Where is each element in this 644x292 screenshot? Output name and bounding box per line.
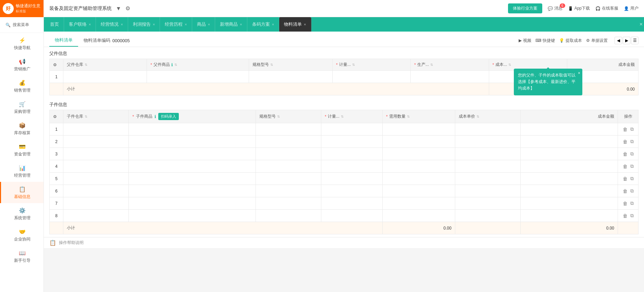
try-industry-button[interactable]: 体验行业方案 bbox=[508, 3, 542, 13]
sidebar-item-operations[interactable]: 📊 经营管理 bbox=[0, 161, 44, 182]
tab-operations[interactable]: 经营情况 × bbox=[96, 17, 128, 32]
extract-cost-button[interactable]: 💡 提取成本 bbox=[559, 38, 582, 44]
child-unit-cost-cell-4[interactable] bbox=[455, 160, 520, 173]
tab-operations-close[interactable]: × bbox=[121, 22, 123, 26]
tab-goods[interactable]: 商品 × bbox=[192, 17, 215, 32]
parent-spec-cell[interactable] bbox=[249, 71, 332, 83]
parent-th-gear[interactable]: ⚙ bbox=[50, 59, 63, 71]
child-qty-cell-4[interactable] bbox=[382, 160, 455, 173]
child-unit-cost-cell-3[interactable] bbox=[455, 148, 520, 160]
child-warehouse-cell-2[interactable] bbox=[63, 136, 129, 148]
tab-profit-close[interactable]: × bbox=[153, 22, 155, 26]
child-unit-cost-cell-7[interactable] bbox=[455, 197, 520, 210]
delete-icon-6[interactable]: 🗑 bbox=[623, 188, 628, 194]
tab-home[interactable]: 首页 bbox=[45, 17, 64, 32]
video-button[interactable]: ▶ 视频 bbox=[519, 38, 531, 44]
sidebar-item-sales[interactable]: 💰 销售管理 bbox=[0, 75, 44, 97]
parent-goods-cell[interactable] bbox=[147, 71, 249, 83]
copy-icon-3[interactable]: ⧉ bbox=[630, 151, 634, 157]
tab-history-close[interactable]: × bbox=[185, 22, 187, 26]
child-unit-cost-cell-2[interactable] bbox=[455, 136, 520, 148]
user-action[interactable]: 👤 用户 bbox=[624, 5, 639, 11]
delete-icon-4[interactable]: 🗑 bbox=[623, 164, 628, 169]
child-unit-cost-cell-6[interactable] bbox=[455, 185, 520, 197]
delete-icon-3[interactable]: 🗑 bbox=[623, 151, 628, 157]
delete-icon-1[interactable]: 🗑 bbox=[623, 127, 628, 132]
system-dropdown-button[interactable]: ▼ bbox=[116, 5, 121, 12]
sidebar-item-inventory[interactable]: 📦 库存核算 bbox=[0, 118, 44, 139]
child-unit-cell-1[interactable] bbox=[321, 123, 383, 136]
child-warehouse-cell-6[interactable] bbox=[63, 185, 129, 197]
delete-icon-7[interactable]: 🗑 bbox=[623, 201, 628, 206]
child-qty-cell-1[interactable] bbox=[382, 123, 455, 136]
child-goods-cell-5[interactable] bbox=[129, 173, 256, 185]
child-spec-cell-4[interactable] bbox=[256, 160, 321, 173]
child-unit-cell-2[interactable] bbox=[321, 136, 383, 148]
child-unit-cell-4[interactable] bbox=[321, 160, 383, 173]
child-qty-cell-8[interactable] bbox=[382, 210, 455, 222]
child-warehouse-cell-3[interactable] bbox=[63, 148, 129, 160]
tab-new-goods-close[interactable]: × bbox=[240, 22, 242, 26]
settings-gear-button[interactable]: ⚙ bbox=[125, 5, 130, 12]
child-warehouse-cell-8[interactable] bbox=[63, 210, 129, 222]
delete-icon-2[interactable]: 🗑 bbox=[623, 139, 628, 144]
child-qty-cell-2[interactable] bbox=[382, 136, 455, 148]
sidebar-item-guide[interactable]: 📖 新手引导 bbox=[0, 246, 44, 267]
child-goods-cell-4[interactable] bbox=[129, 160, 256, 173]
child-warehouse-cell-4[interactable] bbox=[63, 160, 129, 173]
sidebar-item-purchase[interactable]: 🛒 采购管理 bbox=[0, 97, 44, 118]
child-unit-cost-cell-8[interactable] bbox=[455, 210, 520, 222]
close-all-tabs-button[interactable]: × bbox=[640, 21, 643, 27]
sub-tab-bom-list[interactable]: 物料清单 bbox=[49, 34, 78, 47]
child-unit-cost-cell-1[interactable] bbox=[455, 123, 520, 136]
child-qty-cell-6[interactable] bbox=[382, 185, 455, 197]
child-unit-cell-7[interactable] bbox=[321, 197, 383, 210]
tab-goods-close[interactable]: × bbox=[208, 22, 210, 26]
child-unit-cell-3[interactable] bbox=[321, 148, 383, 160]
child-qty-cell-5[interactable] bbox=[382, 173, 455, 185]
child-qty-cell-3[interactable] bbox=[382, 148, 455, 160]
child-spec-cell-3[interactable] bbox=[256, 148, 321, 160]
sidebar-item-basic-info[interactable]: 📋 基础信息 bbox=[0, 182, 44, 203]
child-qty-cell-7[interactable] bbox=[382, 197, 455, 210]
message-action[interactable]: 💬 消息 6 bbox=[548, 5, 562, 11]
scan-input-button[interactable]: 扫码录入 bbox=[158, 113, 179, 120]
tab-barcode-close[interactable]: × bbox=[272, 22, 274, 26]
copy-icon-8[interactable]: ⧉ bbox=[630, 213, 634, 219]
child-unit-cell-6[interactable] bbox=[321, 185, 383, 197]
tab-barcode[interactable]: 条码方案 × bbox=[247, 17, 279, 32]
child-goods-cell-3[interactable] bbox=[129, 148, 256, 160]
parent-produce-cell[interactable] bbox=[411, 71, 489, 83]
tab-history[interactable]: 经营历程 × bbox=[160, 17, 192, 32]
child-spec-cell-5[interactable] bbox=[256, 173, 321, 185]
delete-icon-8[interactable]: 🗑 bbox=[623, 213, 628, 219]
online-service-action[interactable]: 🎧 在线客服 bbox=[595, 5, 618, 11]
child-unit-cell-8[interactable] bbox=[321, 210, 383, 222]
sidebar-item-enterprise[interactable]: 🤝 企业协同 bbox=[0, 224, 44, 246]
child-spec-cell-8[interactable] bbox=[256, 210, 321, 222]
copy-icon-7[interactable]: ⧉ bbox=[630, 200, 634, 206]
copy-icon-4[interactable]: ⧉ bbox=[630, 163, 634, 169]
child-warehouse-cell-5[interactable] bbox=[63, 173, 129, 185]
child-goods-cell-8[interactable] bbox=[129, 210, 256, 222]
tab-customer-close[interactable]: × bbox=[89, 22, 91, 26]
menu-button[interactable]: ☰ bbox=[631, 37, 639, 44]
tab-bom-close[interactable]: × bbox=[304, 22, 306, 26]
parent-warehouse-cell[interactable] bbox=[63, 71, 147, 83]
shortcut-button[interactable]: ⌨ 快捷键 bbox=[535, 38, 555, 44]
child-warehouse-cell-1[interactable] bbox=[63, 123, 129, 136]
sidebar-item-marketing[interactable]: 📢 营销推广 bbox=[0, 54, 44, 75]
tab-customer[interactable]: 客户联络 × bbox=[64, 17, 96, 32]
child-unit-cost-cell-5[interactable] bbox=[455, 173, 520, 185]
sidebar-item-system[interactable]: ⚙️ 系统管理 bbox=[0, 203, 44, 224]
single-setting-button[interactable]: ⚙ 单据设置 bbox=[586, 38, 608, 44]
sidebar-item-quick-nav[interactable]: ⚡ 快捷导航 bbox=[0, 33, 44, 54]
copy-icon-2[interactable]: ⧉ bbox=[630, 139, 634, 144]
copy-icon-6[interactable]: ⧉ bbox=[630, 188, 634, 194]
tooltip-close-button[interactable]: × bbox=[578, 70, 580, 77]
copy-icon-1[interactable]: ⧉ bbox=[630, 126, 634, 132]
next-page-button[interactable]: ▶ bbox=[623, 37, 630, 44]
child-th-gear[interactable]: ⚙ bbox=[50, 110, 63, 123]
parent-unit-cell[interactable] bbox=[333, 71, 411, 83]
delete-icon-5[interactable]: 🗑 bbox=[623, 176, 628, 182]
